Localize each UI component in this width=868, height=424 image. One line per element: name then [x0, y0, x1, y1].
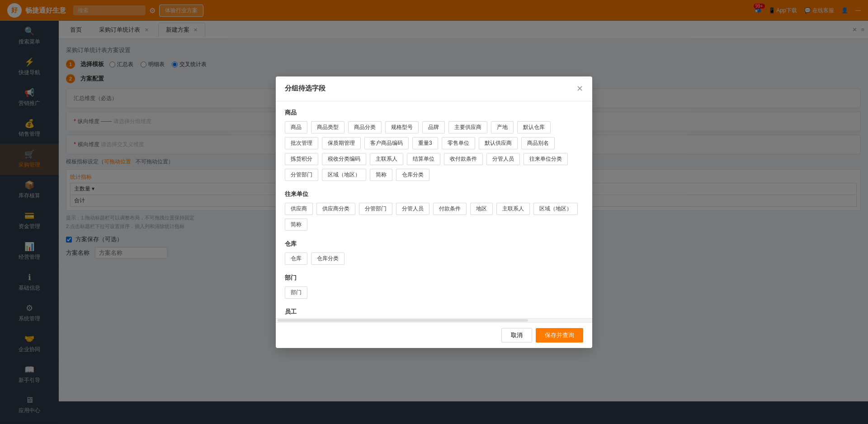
tag-goods-10[interactable]: 客户商品编码	[364, 137, 409, 149]
tag-partner-5[interactable]: 地区	[470, 203, 493, 215]
tag-goods-11[interactable]: 重量3	[412, 137, 438, 149]
tag-goods-19[interactable]: 收付款条件	[444, 153, 483, 165]
tag-partner-0[interactable]: 供应商	[285, 203, 313, 215]
field-tags-partner: 供应商 供应商分类 分管部门 分管人员 付款条件 地区 主联系人 区域（地区） …	[285, 203, 583, 231]
modal-footer: 取消 保存并查询	[276, 322, 592, 348]
tag-goods-16[interactable]: 税收分类编码	[322, 153, 366, 165]
tag-partner-8[interactable]: 简称	[285, 219, 307, 231]
modal-overlay: 分组待选字段 ✕ 商品 商品 商品类型 商品分类 规格型号 品牌 主要供应商 产…	[0, 0, 868, 424]
section-title-goods: 商品	[285, 109, 583, 117]
tag-goods-12[interactable]: 零售单位	[442, 137, 475, 149]
tag-partner-7[interactable]: 区域（地区）	[533, 203, 578, 215]
tag-goods-1[interactable]: 商品类型	[311, 121, 344, 133]
field-tags-dept: 部门	[285, 286, 583, 299]
tag-goods-13[interactable]: 默认供应商	[479, 137, 518, 149]
tag-partner-4[interactable]: 付款条件	[433, 203, 467, 215]
tag-goods-20[interactable]: 分管人员	[486, 153, 520, 165]
tag-warehouse-0[interactable]: 仓库	[285, 252, 307, 265]
field-tags-warehouse: 仓库 仓库分类	[285, 252, 583, 265]
modal-body[interactable]: 商品 商品 商品类型 商品分类 规格型号 品牌 主要供应商 产地 默认仓库 批次…	[276, 101, 592, 318]
modal-header: 分组待选字段 ✕	[276, 76, 592, 101]
tag-partner-6[interactable]: 主联系人	[496, 203, 530, 215]
tag-goods-24[interactable]: 简称	[370, 169, 392, 181]
modal-cancel-button[interactable]: 取消	[501, 328, 532, 343]
tag-partner-1[interactable]: 供应商分类	[316, 203, 355, 215]
field-section-goods: 商品 商品 商品类型 商品分类 规格型号 品牌 主要供应商 产地 默认仓库 批次…	[285, 109, 583, 181]
tag-goods-3[interactable]: 规格型号	[385, 121, 419, 133]
tag-goods-18[interactable]: 结算单位	[407, 153, 440, 165]
tag-dept-0[interactable]: 部门	[285, 286, 307, 299]
section-title-employee: 员工	[285, 308, 583, 316]
tag-warehouse-1[interactable]: 仓库分类	[311, 252, 344, 265]
tag-goods-15[interactable]: 拣货积分	[285, 153, 318, 165]
modal-dialog: 分组待选字段 ✕ 商品 商品 商品类型 商品分类 规格型号 品牌 主要供应商 产…	[276, 76, 592, 348]
modal-title: 分组待选字段	[285, 84, 326, 93]
section-title-warehouse: 仓库	[285, 240, 583, 248]
tag-goods-7[interactable]: 默认仓库	[517, 121, 551, 133]
section-title-dept: 部门	[285, 274, 583, 282]
tag-goods-25[interactable]: 仓库分类	[396, 169, 429, 181]
section-title-partner: 往来单位	[285, 190, 583, 198]
modal-confirm-button[interactable]: 保存并查询	[536, 328, 583, 343]
tag-goods-0[interactable]: 商品	[285, 121, 307, 133]
field-section-dept: 部门 部门	[285, 274, 583, 299]
tag-goods-21[interactable]: 往来单位分类	[524, 153, 568, 165]
tag-goods-4[interactable]: 品牌	[422, 121, 445, 133]
modal-horizontal-scrollbar[interactable]	[276, 318, 592, 322]
tag-partner-2[interactable]: 分管部门	[359, 203, 392, 215]
field-tags-goods: 商品 商品类型 商品分类 规格型号 品牌 主要供应商 产地 默认仓库 批次管理 …	[285, 121, 583, 181]
horizontal-scroll-thumb[interactable]	[278, 319, 528, 322]
tag-goods-17[interactable]: 主联系人	[370, 153, 403, 165]
tag-goods-23[interactable]: 区域（地区）	[322, 169, 366, 181]
modal-close-button[interactable]: ✕	[576, 84, 583, 94]
tag-goods-22[interactable]: 分管部门	[285, 169, 318, 181]
field-section-employee: 员工 业务员	[285, 308, 583, 318]
field-section-partner: 往来单位 供应商 供应商分类 分管部门 分管人员 付款条件 地区 主联系人 区域…	[285, 190, 583, 231]
tag-goods-6[interactable]: 产地	[491, 121, 514, 133]
tag-goods-8[interactable]: 批次管理	[285, 137, 318, 149]
tag-partner-3[interactable]: 分管人员	[396, 203, 429, 215]
tag-goods-2[interactable]: 商品分类	[348, 121, 382, 133]
tag-goods-5[interactable]: 主要供应商	[448, 121, 487, 133]
tag-goods-14[interactable]: 商品别名	[521, 137, 555, 149]
tag-goods-9[interactable]: 保质期管理	[322, 137, 361, 149]
field-section-warehouse: 仓库 仓库 仓库分类	[285, 240, 583, 265]
